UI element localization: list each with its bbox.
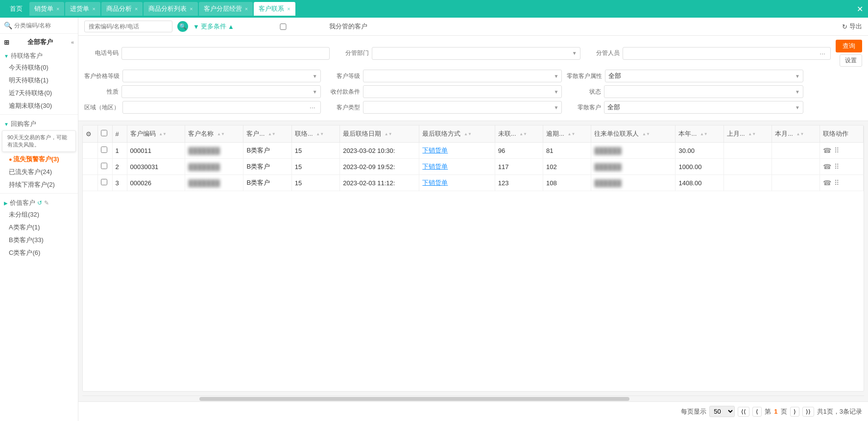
per-page-select[interactable]: 50 100 200 — [709, 406, 735, 417]
all-customers-header[interactable]: ⊞ 全部客户 « — [0, 34, 78, 49]
close-icon[interactable]: × — [190, 6, 193, 12]
horizontal-scrollbar[interactable] — [82, 396, 864, 401]
row-last-month — [723, 159, 772, 175]
nav-home[interactable]: 首页 — [4, 0, 28, 18]
sidebar-item-7days[interactable]: 近7天待联络(0) — [0, 87, 78, 99]
sidebar-item-declining[interactable]: 持续下滑客户(2) — [0, 178, 78, 191]
col-code[interactable]: 客户编码 ▲▼ — [127, 125, 185, 143]
col-checkbox[interactable] — [97, 125, 112, 143]
close-icon[interactable]: × — [92, 6, 95, 12]
sidebar-search-input[interactable] — [14, 22, 74, 29]
more-action-icon[interactable]: ⠿ — [834, 147, 839, 154]
contact-icon[interactable]: ☎ — [823, 179, 831, 187]
status-select[interactable]: ▼ — [604, 85, 803, 98]
sort-icon: ▲▼ — [642, 132, 650, 136]
payment-select[interactable]: ▼ — [363, 85, 562, 98]
row-checkbox-cell[interactable] — [97, 175, 112, 191]
arrow-down-icon: ▼ — [4, 53, 9, 59]
prev-page-button[interactable]: ⟨ — [752, 407, 762, 417]
col-contact[interactable]: 联络... ▲▼ — [291, 125, 339, 143]
more-dots-icon[interactable]: ··· — [818, 50, 827, 57]
value-customers-group[interactable]: ▶ 价值客户 ↺ ✎ — [0, 196, 78, 208]
edit-icon[interactable]: ✎ — [44, 199, 49, 206]
sidebar-item-already-lost[interactable]: 已流失客户(24) — [0, 166, 78, 178]
row-checkbox-cell[interactable] — [97, 159, 112, 175]
price-level-select[interactable]: ▼ — [122, 70, 321, 82]
scrollbar-thumb[interactable] — [199, 397, 629, 401]
my-customers-checkbox-label[interactable]: 我分管的客户 — [239, 22, 367, 31]
col-last-month[interactable]: 上月... ▲▼ — [723, 125, 772, 143]
export-button[interactable]: ↻ 导出 — [842, 22, 862, 31]
person-select[interactable]: ··· — [623, 47, 831, 60]
my-customers-checkbox[interactable] — [239, 24, 327, 30]
row-last-method[interactable]: 下销货单 — [419, 159, 495, 175]
next-page-button[interactable]: ⟩ — [790, 407, 799, 417]
contact-icon[interactable]: ☎ — [823, 147, 831, 154]
pending-contact-group[interactable]: ▼ 待联络客户 — [0, 49, 78, 61]
more-action-icon[interactable]: ⠿ — [834, 179, 839, 187]
last-page-button[interactable]: ⟩⟩ — [802, 407, 814, 417]
col-this-year[interactable]: 本年... ▲▼ — [675, 125, 723, 143]
nav-tab-customer-contact[interactable]: 客户联系 × — [254, 2, 295, 16]
sidebar-item-class-c[interactable]: C类客户(6) — [0, 247, 78, 259]
sidebar-item-ungrouped[interactable]: 未分组(32) — [0, 208, 78, 221]
area-select[interactable]: ··· — [122, 101, 321, 114]
query-button[interactable]: 查询 — [836, 40, 862, 52]
customer-type-field: 客户类型 ▼ — [326, 101, 562, 114]
nav-tab-purchase[interactable]: 进货单 × — [65, 2, 100, 16]
select-all-checkbox[interactable] — [101, 130, 107, 136]
nav-tab-sales[interactable]: 销货单 × — [29, 2, 64, 16]
customer-level-select[interactable]: ▼ — [363, 70, 562, 82]
col-settings[interactable]: ⚙ — [83, 125, 97, 143]
row-unit-contact: ██████ — [591, 143, 675, 159]
zero-customer-select[interactable]: 全部 ▼ — [604, 101, 803, 114]
col-last-date[interactable]: 最后联络日期 ▲▼ — [340, 125, 419, 143]
more-conditions-button[interactable]: ▼ 更多条件 ▲ — [193, 22, 234, 31]
window-close-button[interactable]: ✕ — [857, 4, 863, 14]
close-icon[interactable]: × — [56, 6, 59, 12]
close-icon[interactable]: × — [245, 6, 248, 12]
close-icon[interactable]: × — [135, 6, 138, 12]
dept-select[interactable]: ▼ — [372, 47, 580, 60]
sidebar-item-lost-warning[interactable]: ● 流失预警客户(3) — [0, 153, 78, 166]
customer-type-select[interactable]: ▼ — [363, 101, 562, 114]
col-unit-contact[interactable]: 往来单位联系人 ▲▼ — [591, 125, 675, 143]
row-checkbox[interactable] — [101, 179, 107, 185]
search-input[interactable] — [84, 21, 172, 32]
row-checkbox[interactable] — [101, 147, 107, 153]
gender-select[interactable]: ▼ — [121, 85, 321, 98]
sidebar-item-tomorrow[interactable]: 明天待联络(1) — [0, 74, 78, 87]
row-last-method[interactable]: 下销货单 — [419, 143, 495, 159]
row-action: ☎ ⠿ — [820, 159, 864, 175]
col-name[interactable]: 客户名称 ▲▼ — [185, 125, 243, 143]
col-this-month[interactable]: 本月... ▲▼ — [772, 125, 820, 143]
zero-attr-select[interactable]: 全部 ▼ — [605, 70, 803, 82]
row-checkbox-cell[interactable] — [97, 143, 112, 159]
first-page-button[interactable]: ⟨⟨ — [738, 407, 749, 417]
row-checkbox[interactable] — [101, 163, 107, 169]
col-last-method[interactable]: 最后联络方式 ▲▼ — [419, 125, 495, 143]
more-dots-icon[interactable]: ··· — [308, 103, 317, 111]
contact-icon[interactable]: ☎ — [823, 163, 831, 171]
refresh-icon[interactable]: ↺ — [37, 199, 42, 206]
phone-field: 电话号码 — [84, 47, 330, 60]
sidebar-item-overdue[interactable]: 逾期未联络(30) — [0, 99, 78, 112]
sidebar-item-class-b[interactable]: B类客户(33) — [0, 234, 78, 247]
sidebar-item-today[interactable]: 今天待联络(0) — [0, 61, 78, 74]
col-uncontacted[interactable]: 未联... ▲▼ — [495, 125, 543, 143]
col-type[interactable]: 客户... ▲▼ — [243, 125, 291, 143]
sidebar-item-class-a[interactable]: A类客户(1) — [0, 221, 78, 234]
col-overdue[interactable]: 逾期... ▲▼ — [543, 125, 591, 143]
phone-input[interactable] — [121, 47, 330, 60]
row-last-method[interactable]: 下销货单 — [419, 175, 495, 191]
row-action: ☎ ⠿ — [820, 143, 864, 159]
nav-tab-analysis[interactable]: 商品分析 × — [101, 2, 143, 16]
search-button[interactable]: 🔍 — [177, 21, 188, 32]
nav-tab-customer-tier[interactable]: 客户分层经营 × — [199, 2, 253, 16]
nav-tab-analysis-list[interactable]: 商品分析列表 × — [144, 2, 197, 16]
close-icon[interactable]: × — [287, 6, 290, 12]
lost-customers-group[interactable]: ▼ 回购客户 — [0, 117, 78, 129]
more-action-icon[interactable]: ⠿ — [834, 163, 839, 171]
collapse-icon[interactable]: « — [71, 39, 74, 45]
settings-button[interactable]: 设置 — [840, 54, 862, 67]
